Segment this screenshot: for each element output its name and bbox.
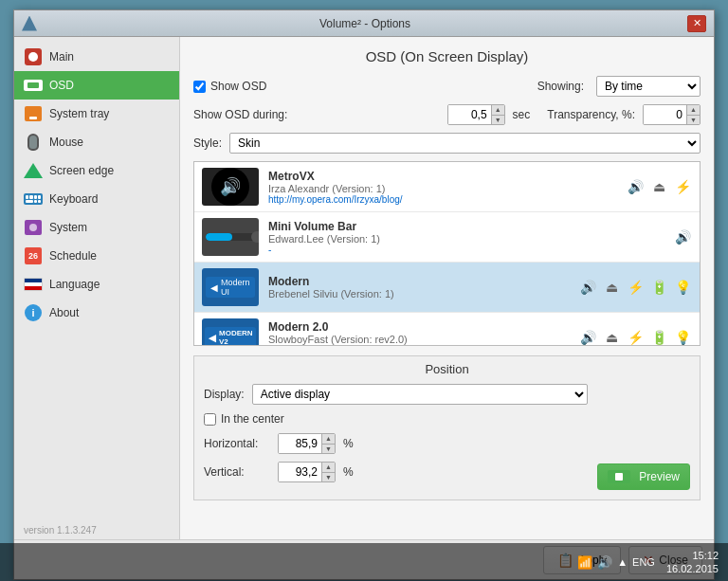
eject-icon-4[interactable]: ⏏: [602, 328, 621, 346]
vertical-row: Vertical: 93,2 ▲ ▼ %: [204, 462, 588, 482]
modern2-preview: ◀ MODERN v2: [202, 318, 259, 346]
battery-icon-4[interactable]: 🔋: [649, 328, 668, 346]
transparency-down-btn[interactable]: ▼: [686, 116, 700, 125]
preview-button[interactable]: Preview: [597, 463, 690, 490]
vertical-input[interactable]: 93,2: [279, 463, 321, 481]
sidebar-label-osd: OSD: [49, 79, 74, 92]
vertical-down-btn[interactable]: ▼: [321, 473, 335, 482]
in-center-row: In the center: [204, 412, 588, 426]
sidebar-item-about[interactable]: i About: [14, 299, 179, 327]
modern-skin-label: Modern UI: [221, 278, 250, 297]
sidebar-item-system[interactable]: System: [14, 213, 179, 242]
sidebar-item-keyboard[interactable]: Keyboard: [14, 185, 179, 213]
speaker-icon: 🔊: [597, 555, 612, 570]
close-button[interactable]: ✕: [687, 15, 706, 32]
duration-up-btn[interactable]: ▲: [491, 105, 504, 116]
modern-name: Modern: [268, 275, 578, 288]
eject-icon-3[interactable]: ⏏: [602, 278, 621, 297]
skin-item-modern[interactable]: ◀ Modern UI Modern Brebenel Silviu (Vers…: [194, 263, 700, 313]
version-text: version 1.1.3.247: [24, 525, 97, 536]
minibar-actions: 🔊: [673, 227, 692, 246]
power-icon-3[interactable]: ⚡: [626, 278, 645, 297]
showing-select[interactable]: By time Always Never: [596, 76, 701, 97]
sidebar-label-language: Language: [49, 278, 100, 291]
about-icon: i: [24, 303, 43, 322]
power-icon-4[interactable]: ⚡: [626, 328, 645, 346]
main-content: OSD (On Screen Display) Show OSD Showing…: [180, 37, 714, 539]
duration-spinbox[interactable]: 0,5 ▲ ▼: [447, 104, 505, 125]
volume-icon-1[interactable]: 🔊: [626, 177, 645, 196]
horizontal-up-btn[interactable]: ▲: [321, 434, 335, 445]
sidebar-item-main[interactable]: Main: [14, 43, 179, 71]
transparency-spinbox-btns: ▲ ▼: [686, 105, 700, 124]
sidebar-item-language[interactable]: Language: [14, 270, 179, 299]
vertical-spinbox-btns: ▲ ▼: [321, 463, 335, 481]
sidebar-item-systray[interactable]: System tray: [14, 100, 179, 128]
style-select[interactable]: Skin Classic: [229, 133, 701, 154]
horizontal-spinbox[interactable]: 85,9 ▲ ▼: [278, 433, 336, 454]
window-body: Main OSD System tray: [14, 37, 714, 539]
vertical-label: Vertical:: [204, 465, 270, 479]
taskbar-icons: 📶 🔊 ▲ ENG: [577, 555, 655, 570]
horizontal-down-btn[interactable]: ▼: [321, 445, 335, 454]
skin-item-metrovx[interactable]: 🔊 MetroVX Irza Alexandr (Version: 1) htt…: [194, 162, 700, 212]
brightness-icon-3[interactable]: 💡: [673, 278, 692, 297]
metrovx-info: MetroVX Irza Alexandr (Version: 1) http:…: [268, 170, 626, 205]
skin-item-minibar[interactable]: Mini Volume Bar Edward.Lee (Version: 1) …: [194, 212, 700, 263]
in-center-label[interactable]: In the center: [204, 412, 284, 426]
lang-label: ENG: [632, 556, 655, 568]
power-icon-1[interactable]: ⚡: [673, 177, 692, 196]
modern-arrow-icon: ◀: [210, 282, 218, 293]
position-right: Preview: [597, 384, 690, 490]
metrovx-preview: 🔊: [202, 168, 259, 206]
horizontal-input[interactable]: 85,9: [279, 434, 321, 453]
transparency-up-btn[interactable]: ▲: [686, 105, 700, 116]
duration-unit: sec: [513, 108, 531, 121]
sidebar-item-schedule[interactable]: 26 Schedule: [14, 242, 179, 270]
sidebar-item-osd[interactable]: OSD: [14, 71, 179, 100]
sidebar-item-mouse[interactable]: Mouse: [14, 128, 179, 156]
position-section: Position Display: Active display Display…: [193, 355, 701, 500]
horizontal-label: Horizontal:: [204, 437, 270, 450]
sidebar-label-about: About: [49, 306, 79, 319]
battery-icon-3[interactable]: 🔋: [649, 278, 668, 297]
section-title: OSD (On Screen Display): [193, 48, 701, 64]
preview-green-bar: [608, 470, 630, 483]
minibar-preview: [202, 218, 259, 256]
horizontal-spinbox-btns: ▲ ▼: [321, 434, 335, 453]
display-select[interactable]: Active display Display 1 Display 2: [252, 384, 589, 405]
sidebar-label-mouse: Mouse: [49, 136, 83, 149]
horizontal-unit: %: [343, 437, 354, 450]
in-center-checkbox[interactable]: [204, 413, 216, 426]
show-osd-label[interactable]: Show OSD: [193, 80, 266, 93]
modern2-skin-display: ◀ MODERN v2: [205, 327, 256, 346]
metro-speaker-icon: 🔊: [220, 176, 241, 197]
brightness-icon-4[interactable]: 💡: [673, 328, 692, 346]
volume-icon-2[interactable]: 🔊: [673, 227, 692, 246]
modern-info: Modern Brebenel Silviu (Version: 1): [268, 275, 578, 300]
modern-preview: ◀ Modern UI: [202, 268, 259, 306]
modern2-info: Modern 2.0 SlowboyFast (Version: rev2.0)…: [268, 320, 578, 347]
duration-down-btn[interactable]: ▼: [491, 116, 504, 125]
upload-icon: ▲: [617, 556, 628, 568]
skin-item-modern2[interactable]: ◀ MODERN v2 Modern 2.0 SlowboyFast (Vers…: [194, 313, 700, 346]
sidebar-item-screenedge[interactable]: Screen edge: [14, 156, 179, 185]
duration-input[interactable]: 0,5: [448, 105, 491, 124]
transparency-spinbox[interactable]: 0 ▲ ▼: [643, 104, 701, 125]
eject-icon-1[interactable]: ⏏: [649, 177, 668, 196]
sidebar-label-main: Main: [49, 50, 74, 64]
metrovx-url: http://my.opera.com/Irzyxa/blog/: [268, 194, 626, 205]
options-window: Volume² - Options ✕ Main OSD: [13, 9, 715, 580]
vertical-spinbox[interactable]: 93,2 ▲ ▼: [278, 462, 336, 482]
show-osd-checkbox[interactable]: [193, 81, 206, 93]
horizontal-row: Horizontal: 85,9 ▲ ▼ %: [204, 433, 588, 454]
schedule-icon: 26: [24, 246, 43, 265]
volume-icon-3[interactable]: 🔊: [578, 278, 597, 297]
minibar-name: Mini Volume Bar: [268, 220, 673, 233]
volume-icon-4[interactable]: 🔊: [578, 328, 597, 346]
modern-skin-display: ◀ Modern UI: [206, 277, 255, 298]
mouse-icon: [24, 133, 43, 152]
vertical-up-btn[interactable]: ▲: [321, 463, 335, 473]
transparency-input[interactable]: 0: [644, 105, 686, 124]
style-label: Style:: [193, 136, 222, 150]
